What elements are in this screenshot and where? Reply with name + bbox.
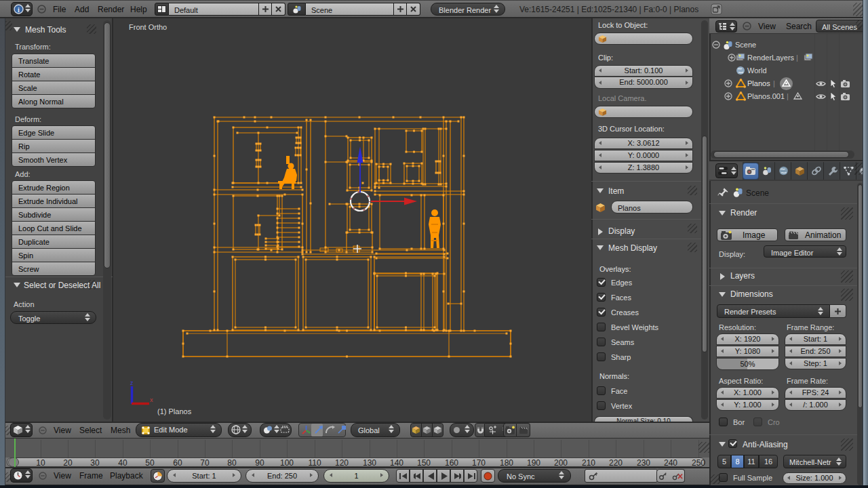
svg-text:x: x: [150, 396, 153, 403]
svg-text:i: i: [18, 6, 20, 14]
svg-text:z: z: [130, 380, 134, 386]
